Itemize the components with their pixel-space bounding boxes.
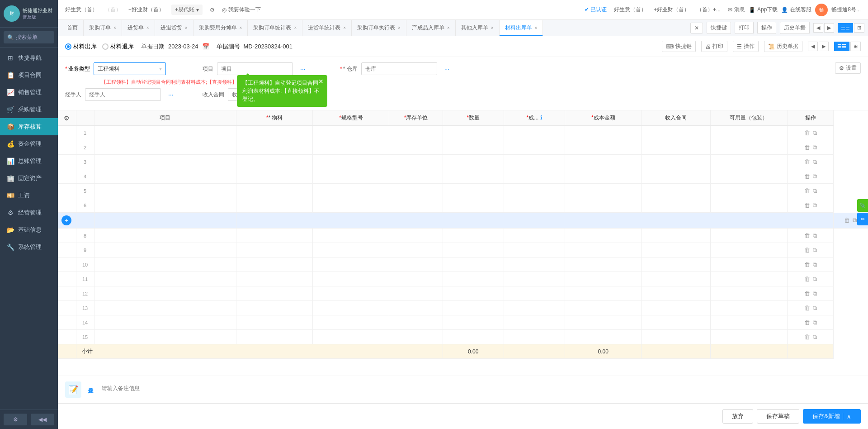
sidebar-item-sys-mgmt[interactable]: 🔧 系统管理: [0, 238, 58, 256]
row-project[interactable]: [94, 330, 236, 344]
list-view-btn[interactable]: ☰☰: [838, 23, 853, 33]
notes-input[interactable]: [102, 381, 861, 395]
username-label[interactable]: 畅捷通8号...: [831, 6, 861, 14]
row-available[interactable]: [710, 257, 788, 272]
row-delete-icon[interactable]: 🗑: [804, 290, 810, 297]
header-list-view-btn[interactable]: ☰☰: [834, 42, 849, 51]
add-row-input2[interactable]: [94, 213, 236, 229]
sidebar-item-accounting[interactable]: 📊 总账管理: [0, 153, 58, 170]
row-spec[interactable]: [313, 243, 389, 257]
row-qty[interactable]: [443, 330, 504, 344]
print-header-btn[interactable]: 🖨 打印: [701, 41, 727, 52]
row-income[interactable]: [642, 301, 710, 315]
header-next-btn[interactable]: ▶: [819, 42, 829, 51]
row-project[interactable]: [94, 315, 236, 330]
row-spec[interactable]: [313, 301, 389, 315]
row-project[interactable]: [94, 140, 236, 155]
row-qty[interactable]: [443, 155, 504, 169]
add-row-input1[interactable]: [76, 213, 94, 229]
row-material[interactable]: [236, 155, 313, 169]
tab-finished-goods[interactable]: 产成品入库单 ×: [406, 20, 456, 36]
sidebar-item-finance[interactable]: 💰 资金管理: [0, 135, 58, 153]
tab-purchase-stats-close[interactable]: ×: [294, 25, 297, 30]
row-spec[interactable]: [313, 198, 389, 213]
row-cost-amount[interactable]: [565, 257, 642, 272]
row-available[interactable]: [710, 140, 788, 155]
row-copy-icon[interactable]: ⧉: [813, 290, 817, 297]
row-project[interactable]: [94, 229, 236, 243]
row-material[interactable]: [236, 126, 313, 140]
row-material[interactable]: [236, 198, 313, 213]
row-delete-icon[interactable]: 🗑: [804, 232, 810, 239]
row-unit[interactable]: [389, 198, 443, 213]
row-qty[interactable]: [443, 315, 504, 330]
row-cost[interactable]: [504, 330, 565, 344]
row-income[interactable]: [642, 315, 710, 330]
quick-key-header-btn[interactable]: ⌨ 快捷键: [662, 41, 696, 52]
sidebar-item-quick-nav[interactable]: ⊞ 快捷导航: [0, 49, 58, 67]
row-available[interactable]: [710, 229, 788, 243]
radio-material-out[interactable]: 材料出库: [65, 43, 97, 51]
tab-in-stats-close[interactable]: ×: [343, 25, 346, 30]
row-unit[interactable]: [389, 169, 443, 184]
radio-material-return[interactable]: 材料退库: [102, 43, 134, 51]
row-cost-amount[interactable]: [565, 198, 642, 213]
row-spec[interactable]: [313, 140, 389, 155]
add-row-copy-icon[interactable]: ⧉: [853, 217, 857, 224]
row-income[interactable]: [642, 330, 710, 344]
row-project[interactable]: [94, 169, 236, 184]
tab-other-in[interactable]: 其他入库单 ×: [456, 20, 500, 36]
row-available[interactable]: [710, 155, 788, 169]
notes-icon-btn[interactable]: 📝: [65, 381, 81, 398]
row-cost-amount[interactable]: [565, 140, 642, 155]
row-unit[interactable]: [389, 184, 443, 198]
prev-doc-btn[interactable]: ◀: [813, 23, 823, 33]
tab-purchase-fee-close[interactable]: ×: [240, 25, 242, 30]
row-cost-amount[interactable]: [565, 301, 642, 315]
row-delete-icon[interactable]: 🗑: [804, 158, 810, 166]
row-qty[interactable]: [443, 257, 504, 272]
row-income[interactable]: [642, 184, 710, 198]
collapse-button[interactable]: ◀◀: [31, 414, 54, 425]
tab-purchase-exec[interactable]: 采购订单执行表 ×: [352, 20, 406, 36]
table-container[interactable]: ⚙ 项目 ** 物料 *规格型号: [58, 110, 868, 376]
right-panel-btn-1[interactable]: 📎: [857, 199, 868, 212]
row-material[interactable]: [236, 286, 313, 301]
operation-btn[interactable]: 操作: [757, 22, 776, 34]
row-project[interactable]: [94, 155, 236, 169]
row-copy-icon[interactable]: ⧉: [813, 129, 817, 137]
row-unit[interactable]: [389, 229, 443, 243]
row-project[interactable]: [94, 272, 236, 286]
row-available[interactable]: [710, 126, 788, 140]
row-cost[interactable]: [504, 155, 565, 169]
next-doc-btn[interactable]: ▶: [824, 23, 834, 33]
row-income[interactable]: [642, 257, 710, 272]
tab-purchase-order-close[interactable]: ×: [113, 25, 116, 30]
row-income[interactable]: [642, 155, 710, 169]
quick-key-btn[interactable]: 快捷键: [707, 22, 731, 34]
row-qty[interactable]: [443, 229, 504, 243]
row-delete-icon[interactable]: 🗑: [804, 319, 810, 326]
row-project[interactable]: [94, 184, 236, 198]
tab-purchase-return[interactable]: 进退货货 ×: [155, 20, 193, 36]
row-income[interactable]: [642, 229, 710, 243]
row-available[interactable]: [710, 286, 788, 301]
row-cost-amount[interactable]: [565, 330, 642, 344]
row-material[interactable]: [236, 330, 313, 344]
topbar-experience-btn[interactable]: ◎ 我要体验一下: [222, 6, 261, 14]
row-spec[interactable]: [313, 257, 389, 272]
row-delete-icon[interactable]: 🗑: [804, 334, 810, 341]
row-spec[interactable]: [313, 272, 389, 286]
save-new-arrow-icon[interactable]: ∧: [843, 413, 851, 420]
row-cost[interactable]: [504, 169, 565, 184]
save-new-button[interactable]: 保存&新增 ∧: [803, 409, 861, 424]
handler-input[interactable]: [85, 88, 161, 101]
business-type-select[interactable]: 工程领料 ▾: [94, 62, 166, 75]
row-available[interactable]: [710, 330, 788, 344]
row-material[interactable]: [236, 272, 313, 286]
row-copy-icon[interactable]: ⧉: [813, 144, 817, 151]
sidebar-item-inventory[interactable]: 📦 库存核算: [0, 118, 58, 135]
row-cost-amount[interactable]: [565, 169, 642, 184]
row-cost[interactable]: [504, 198, 565, 213]
search-menu-button[interactable]: 🔍 搜索菜单: [4, 31, 54, 43]
